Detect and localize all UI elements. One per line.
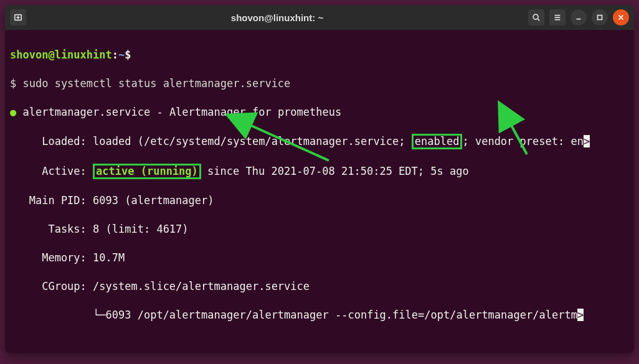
svg-point-3 [533,14,538,19]
loaded-pre: Loaded: loaded (/etc/systemd/system/aler… [10,135,412,147]
svg-rect-9 [598,16,602,20]
menu-button[interactable] [549,9,566,26]
prompt-dollar: $ [125,49,131,61]
close-button[interactable] [613,9,629,26]
status-dot-icon: ● [10,106,16,118]
active-status-highlight: active (running) [93,164,201,179]
prompt-colon: : [112,49,118,61]
loaded-post: ; vendor preset: en [462,135,583,147]
service-header: ● alertmanager.service - Alertmanager fo… [10,105,629,119]
tasks-line: Tasks: 8 (limit: 4617) [10,222,629,236]
active-post: since Thu 2021-07-08 21:50:25 EDT; 5s ag… [201,165,469,177]
maximize-button[interactable] [592,9,608,26]
search-button[interactable] [528,9,544,26]
terminal-body[interactable]: shovon@linuxhint:~$ $ sudo systemctl sta… [5,30,634,353]
memory-line: Memory: 10.7M [10,251,629,265]
cgroup-child-text: └─6093 /opt/alertmanager/alertmanager --… [10,309,577,321]
new-tab-button[interactable] [10,9,26,26]
main-pid-line: Main PID: 6093 (alertmanager) [10,194,629,208]
loaded-line: Loaded: loaded (/etc/systemd/system/aler… [10,134,629,149]
minimize-button[interactable] [570,9,587,26]
enabled-highlight: enabled [412,134,463,149]
cgroup-line: CGroup: /system.slice/alertmanager.servi… [10,279,629,294]
overflow-caret-icon: > [584,135,590,147]
terminal-window: shovon@linuxhint: ~ shovon@linuxhint:~$ … [5,5,634,353]
cgroup-child-line: └─6093 /opt/alertmanager/alertmanager --… [10,308,629,322]
active-pre: Active: [10,165,93,177]
command-line: $ sudo systemctl status alertmanager.ser… [10,77,629,91]
window-title: shovon@linuxhint: ~ [31,12,523,23]
titlebar: shovon@linuxhint: ~ [5,5,634,30]
service-name: alertmanager.service - Alertmanager for … [16,106,341,118]
svg-line-4 [538,19,540,21]
active-line: Active: active (running) since Thu 2021-… [10,164,629,179]
prompt-path: ~ [118,49,125,61]
blank-line [10,337,629,351]
prompt-line: shovon@linuxhint:~$ [10,48,629,62]
overflow-caret-icon: > [577,309,584,321]
prompt-user-host: shovon@linuxhint [10,49,112,61]
